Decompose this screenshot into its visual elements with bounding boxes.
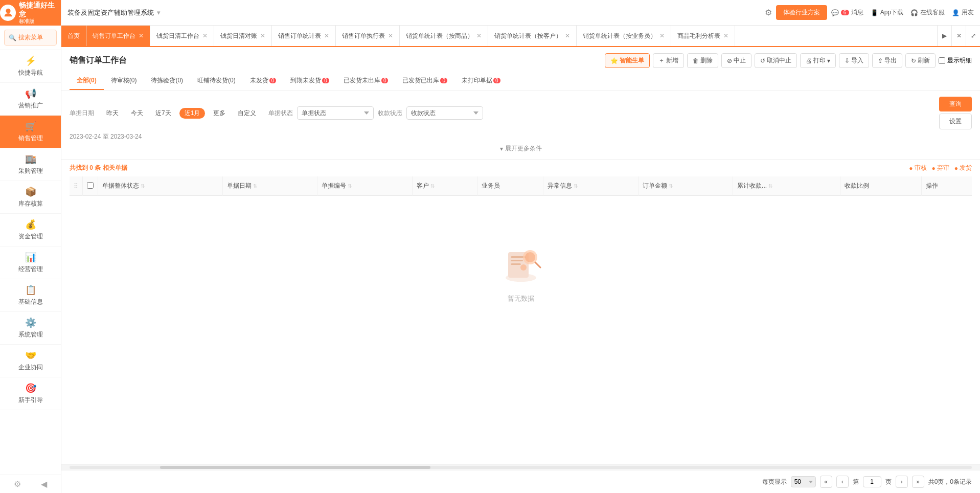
next-page-button[interactable]: ›	[896, 476, 908, 488]
payment-select[interactable]: 收款状态	[406, 106, 483, 120]
th-number[interactable]: 单据编号 ⇅	[317, 176, 412, 196]
th-amount[interactable]: 订单金额 ⇅	[638, 176, 733, 196]
topbar-settings-icon[interactable]: ⚙	[765, 8, 772, 17]
show-detail-checkbox[interactable]	[939, 57, 945, 64]
tab-close-all-button[interactable]: ✕	[951, 26, 966, 46]
ship-action-link[interactable]: ● 发货	[954, 164, 972, 172]
import-button[interactable]: ⇩ 导入	[839, 53, 869, 68]
th-staff[interactable]: 业务员	[477, 176, 543, 196]
first-page-button[interactable]: «	[820, 476, 832, 488]
filter-tab-shipped-not-out[interactable]: 已发货未出库0	[336, 72, 396, 90]
cancel-stop-button[interactable]: ↺ 取消中止	[755, 53, 797, 68]
tab-expand-button[interactable]: ⤢	[966, 26, 980, 46]
query-button[interactable]: 查询	[939, 97, 972, 111]
settings-gear-icon[interactable]: ⚙	[14, 479, 21, 489]
tab-close-goods-margin[interactable]: ✕	[723, 32, 728, 39]
tab-sales-order-exec[interactable]: 销售订单执行表 ✕	[336, 26, 400, 46]
tab-close-sales-order-stats[interactable]: ✕	[324, 32, 329, 39]
sidebar-item-marketing[interactable]: 📢 营销推广	[0, 83, 61, 116]
cancel-audit-action-link[interactable]: ● 弃审	[932, 164, 949, 172]
print-button[interactable]: 🖨 打印 ▾	[800, 53, 836, 68]
prev-page-button[interactable]: ‹	[836, 476, 849, 488]
per-page-select[interactable]: 50 20 100	[791, 476, 816, 487]
filter-tab-expired-not-shipped[interactable]: 到期未发货0	[283, 72, 336, 90]
filter-tab-not-printed[interactable]: 未打印单据0	[454, 72, 508, 90]
th-collected[interactable]: 累计收款... ⇅	[733, 176, 840, 196]
tab-sales-stats-product[interactable]: 销货单统计表（按商品） ✕	[400, 26, 488, 46]
smart-create-button[interactable]: ⭐ 智能生单	[605, 53, 650, 68]
online-service-button[interactable]: 🎧 在线客服	[910, 8, 945, 17]
app-download-button[interactable]: 📱 App下载	[871, 8, 903, 17]
stop-button[interactable]: ⊘ 中止	[721, 53, 751, 68]
message-button[interactable]: 💬 6 消息	[831, 8, 863, 17]
filter-tab-wangpu[interactable]: 旺铺待发货(0)	[190, 72, 243, 90]
tab-close-sales-stats-customer[interactable]: ✕	[565, 32, 570, 39]
filter-setting-button[interactable]: 设置	[939, 114, 972, 129]
th-customer[interactable]: 客户 ⇅	[412, 176, 477, 196]
tab-home[interactable]: 首页	[61, 26, 86, 46]
filter-tab-pending-audit[interactable]: 待审核(0)	[104, 72, 144, 90]
tab-close-cash-daily[interactable]: ✕	[202, 32, 208, 39]
tab-goods-margin[interactable]: 商品毛利分析表 ✕	[671, 26, 735, 46]
tab-close-sales-order-exec[interactable]: ✕	[388, 32, 393, 39]
filter-tab-shipped-out[interactable]: 已发货已出库0	[395, 72, 454, 90]
delete-button[interactable]: 🗑 删除	[687, 53, 718, 68]
th-checkbox[interactable]	[83, 176, 98, 196]
sidebar-item-basic-info[interactable]: 📋 基础信息	[0, 279, 61, 312]
sidebar-item-operations[interactable]: 📊 经营管理	[0, 246, 61, 279]
tab-close-sales-stats-product[interactable]: ✕	[476, 32, 482, 39]
date-custom-btn[interactable]: 自定义	[234, 107, 260, 119]
tab-close-sales-stats-staff[interactable]: ✕	[659, 32, 665, 39]
tab-sales-stats-customer[interactable]: 销货单统计表（按客户） ✕	[488, 26, 577, 46]
sidebar-item-guide[interactable]: 🎯 新手引导	[0, 377, 61, 410]
tab-cash-goods-reconcile[interactable]: 钱货日清对账 ✕	[214, 26, 272, 46]
date-7days-btn[interactable]: 近7天	[151, 107, 175, 119]
scrollbar-thumb[interactable]	[160, 466, 431, 469]
date-more-btn[interactable]: 更多	[209, 107, 230, 119]
date-1month-btn[interactable]: 近1月	[179, 108, 206, 119]
export-button[interactable]: ⇪ 导出	[872, 53, 902, 68]
topbar-arrow-icon[interactable]: ▾	[157, 9, 161, 16]
scrollbar-track[interactable]	[70, 466, 972, 469]
last-page-button[interactable]: »	[912, 476, 924, 488]
tab-scroll-right-button[interactable]: ▶	[937, 26, 951, 46]
filter-tab-all[interactable]: 全部(0)	[70, 72, 104, 90]
svg-point-7	[525, 252, 535, 262]
sort-date-icon: ⇅	[253, 183, 257, 189]
sidebar-item-quick-nav[interactable]: ⚡ 快捷导航	[0, 50, 61, 83]
audit-action-link[interactable]: ● 审核	[909, 164, 926, 172]
expand-conditions-button[interactable]: ▾ 展开更多条件	[500, 144, 542, 153]
status-select[interactable]: 单据状态	[297, 106, 374, 120]
empty-state-icon	[495, 237, 546, 288]
page-input[interactable]	[863, 476, 881, 487]
tab-sales-order-stats[interactable]: 销售订单统计表 ✕	[272, 26, 336, 46]
new-button[interactable]: ＋ 新增	[653, 53, 684, 68]
tab-close-cash-goods-reconcile[interactable]: ✕	[260, 32, 265, 39]
tab-close-sales-order-workbench[interactable]: ✕	[139, 32, 144, 39]
tab-cash-daily[interactable]: 钱货日清工作台 ✕	[150, 26, 214, 46]
select-all-checkbox[interactable]	[87, 182, 94, 189]
sidebar-item-cooperation[interactable]: 🤝 企业协同	[0, 345, 61, 377]
th-status[interactable]: 单据整体状态 ⇅	[98, 176, 223, 196]
filter-tab-pending-inspect[interactable]: 待拣验货(0)	[144, 72, 190, 90]
th-date[interactable]: 单据日期 ⇅	[223, 176, 317, 196]
user-button[interactable]: 👤 用友	[952, 8, 974, 17]
date-yesterday-btn[interactable]: 昨天	[102, 107, 123, 119]
tab-sales-stats-staff[interactable]: 销货单统计表（按业务员） ✕	[577, 26, 671, 46]
refresh-button[interactable]: ↻ 刷新	[905, 53, 936, 68]
sidebar-item-sales[interactable]: 🛒 销售管理	[0, 116, 61, 148]
tab-sales-order-workbench[interactable]: 销售订单工作台 ✕	[86, 26, 150, 46]
collapse-sidebar-icon[interactable]: ◀	[41, 479, 47, 489]
date-today-btn[interactable]: 今天	[127, 107, 147, 119]
th-exception[interactable]: 异常信息 ⇅	[543, 176, 638, 196]
sidebar-item-purchase[interactable]: 🏬 采购管理	[0, 148, 61, 181]
industry-solution-button[interactable]: 体验行业方案	[776, 5, 827, 20]
filter-tab-not-shipped[interactable]: 未发货0	[243, 72, 284, 90]
sidebar-item-inventory[interactable]: 📦 库存核算	[0, 181, 61, 214]
sidebar-item-finance[interactable]: 💰 资金管理	[0, 214, 61, 246]
search-menu-button[interactable]: 🔍 搜索菜单	[4, 30, 57, 46]
show-detail-label[interactable]: 显示明细	[939, 56, 972, 65]
user-icon: 👤	[952, 9, 960, 16]
refresh-icon: ↻	[911, 57, 916, 64]
sidebar-item-system[interactable]: ⚙️ 系统管理	[0, 312, 61, 345]
